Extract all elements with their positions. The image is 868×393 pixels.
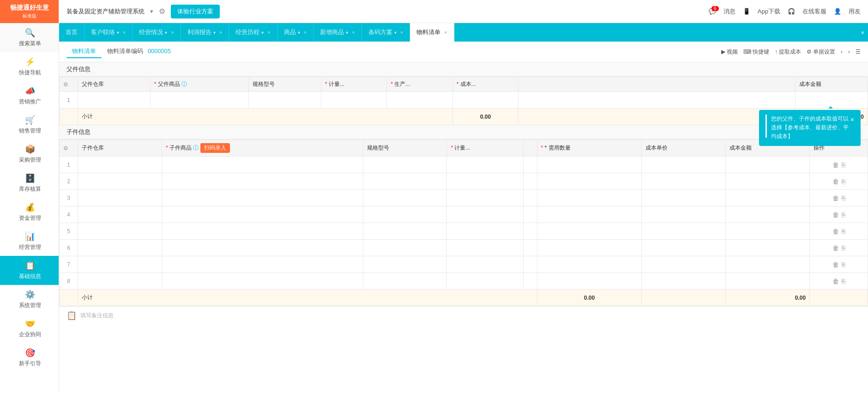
child-row-8-spec[interactable]	[363, 273, 447, 290]
action-video[interactable]: ▶ 视频	[721, 48, 738, 56]
dropdown-arrow[interactable]: ▾	[150, 8, 153, 15]
child-row-1-unit[interactable]	[447, 157, 523, 173]
parent-row-1-product[interactable]	[150, 92, 248, 109]
delete-icon-3[interactable]: 🗑	[832, 194, 839, 202]
delete-icon-7[interactable]: 🗑	[832, 261, 839, 268]
delete-icon-8[interactable]: 🗑	[832, 278, 839, 285]
nav-prev[interactable]: ‹	[841, 48, 843, 55]
nav-next[interactable]: ›	[848, 48, 850, 55]
copy-icon-8[interactable]: ⎘	[842, 278, 845, 285]
tab-history-close[interactable]: ×	[267, 30, 270, 35]
child-row-2-quantity[interactable]	[537, 173, 642, 190]
child-row-1-quantity[interactable]	[537, 157, 642, 173]
tab-home[interactable]: 首页	[59, 23, 84, 42]
child-row-5-unit-cost[interactable]	[642, 223, 726, 240]
child-row-3-unit[interactable]	[447, 190, 523, 206]
child-row-8-warehouse[interactable]	[78, 273, 162, 290]
child-row-4-quantity[interactable]	[537, 206, 642, 223]
child-row-1-spec[interactable]	[363, 157, 447, 173]
parent-settings-icon[interactable]: ⚙	[63, 81, 68, 88]
copy-icon-4[interactable]: ⎘	[842, 211, 845, 218]
sidebar-item-purchase[interactable]: 📦 采购管理	[0, 139, 59, 169]
child-row-3-product[interactable]	[162, 190, 363, 206]
child-row-3-warehouse[interactable]	[78, 190, 162, 206]
tab-barcode-close[interactable]: ×	[400, 30, 403, 35]
bottom-bar-label[interactable]: 填写备注信息	[80, 312, 114, 320]
child-row-2-spec[interactable]	[363, 173, 447, 190]
sub-tab-list[interactable]: 物料清单	[66, 45, 102, 58]
tab-history[interactable]: 经营历程 ▾ ×	[229, 23, 277, 42]
tab-bom[interactable]: 物料清单 ×	[410, 23, 454, 42]
sidebar-item-marketing[interactable]: 📣 营销推广	[0, 81, 59, 110]
child-row-4-warehouse[interactable]	[78, 206, 162, 223]
tab-operations-close[interactable]: ×	[171, 30, 174, 35]
action-shortcut[interactable]: ⌨ 快捷键	[743, 48, 769, 56]
child-row-6-quantity[interactable]	[537, 240, 642, 256]
tooltip-close-btn[interactable]: ×	[850, 115, 854, 125]
child-row-8-unit[interactable]	[447, 273, 523, 290]
sidebar-item-guide[interactable]: 🎯 新手引导	[0, 343, 59, 372]
child-row-6-unit-cost[interactable]	[642, 240, 726, 256]
online-service-label[interactable]: 在线客服	[802, 7, 826, 16]
tab-operations[interactable]: 经营情况 ▾ ×	[133, 23, 181, 42]
child-row-2-unit[interactable]	[447, 173, 523, 190]
child-row-7-quantity[interactable]	[537, 256, 642, 273]
child-row-5-unit[interactable]	[447, 223, 523, 240]
child-row-2-unit-cost[interactable]	[642, 173, 726, 190]
parent-row-1-cost[interactable]	[452, 92, 518, 109]
sub-tab-code[interactable]: 物料清单编码 0000005	[102, 45, 176, 58]
sidebar-item-inventory[interactable]: 🗄️ 库存核算	[0, 169, 59, 198]
tab-new-product-close[interactable]: ×	[352, 30, 355, 35]
parent-row-1-spec[interactable]	[249, 92, 321, 109]
child-row-4-product[interactable]	[162, 206, 363, 223]
tab-new-product[interactable]: 新增商品 ▾ ×	[313, 23, 362, 42]
app-download-label[interactable]: App下载	[758, 7, 780, 16]
gear-icon[interactable]: ⚙	[159, 7, 165, 16]
tab-customers[interactable]: 客户联络 ▾ ×	[84, 23, 133, 42]
sidebar-item-ops[interactable]: 📊 经营管理	[0, 227, 59, 256]
child-row-4-unit-cost[interactable]	[642, 206, 726, 223]
child-row-2-warehouse[interactable]	[78, 173, 162, 190]
child-row-6-unit[interactable]	[447, 240, 523, 256]
tab-customers-close[interactable]: ×	[123, 30, 126, 35]
parent-row-1-warehouse[interactable]	[78, 92, 151, 109]
message-label[interactable]: 消息	[723, 7, 735, 16]
copy-icon-2[interactable]: ⎘	[842, 178, 845, 185]
sidebar-item-search[interactable]: 🔍 搜索菜单	[0, 23, 59, 52]
sidebar-item-collab[interactable]: 🤝 企业协同	[0, 314, 59, 343]
tab-products-close[interactable]: ×	[304, 30, 307, 35]
child-row-8-quantity[interactable]	[537, 273, 642, 290]
tab-bom-close[interactable]: ×	[444, 30, 447, 35]
sidebar-item-system[interactable]: ⚙️ 系统管理	[0, 285, 59, 314]
child-row-5-warehouse[interactable]	[78, 223, 162, 240]
child-row-8-product[interactable]	[162, 273, 363, 290]
tab-profit-close[interactable]: ×	[219, 30, 222, 35]
delete-icon-1[interactable]: 🗑	[832, 161, 839, 169]
child-row-6-warehouse[interactable]	[78, 240, 162, 256]
nav-close-all[interactable]: ×	[857, 29, 868, 36]
tab-products[interactable]: 商品 ▾ ×	[277, 23, 313, 42]
sidebar-item-finance[interactable]: 💰 资金管理	[0, 198, 59, 227]
copy-icon-3[interactable]: ⎘	[842, 194, 845, 202]
sidebar-item-quick-nav[interactable]: ⚡ 快捷导航	[0, 52, 59, 81]
child-settings-icon[interactable]: ⚙	[63, 145, 68, 151]
copy-icon-5[interactable]: ⎘	[842, 228, 845, 235]
copy-icon-1[interactable]: ⎘	[842, 161, 845, 169]
copy-icon-7[interactable]: ⎘	[842, 261, 845, 268]
child-row-3-unit-cost[interactable]	[642, 190, 726, 206]
delete-icon-6[interactable]: 🗑	[832, 244, 839, 252]
child-row-4-spec[interactable]	[363, 206, 447, 223]
child-row-5-spec[interactable]	[363, 223, 447, 240]
child-row-7-warehouse[interactable]	[78, 256, 162, 273]
copy-icon-6[interactable]: ⎘	[842, 244, 845, 252]
child-row-2-product[interactable]	[162, 173, 363, 190]
child-row-7-spec[interactable]	[363, 256, 447, 273]
parent-row-1-unit[interactable]	[321, 92, 386, 109]
child-row-1-warehouse[interactable]	[78, 157, 162, 173]
scan-btn[interactable]: 扫码录入	[200, 143, 230, 153]
tab-barcode[interactable]: 条码方案 ▾ ×	[362, 23, 410, 42]
parent-row-1-production[interactable]	[387, 92, 452, 109]
child-row-6-spec[interactable]	[363, 240, 447, 256]
action-single-settings[interactable]: ⚙ 单据设置	[807, 48, 835, 56]
child-row-8-unit-cost[interactable]	[642, 273, 726, 290]
